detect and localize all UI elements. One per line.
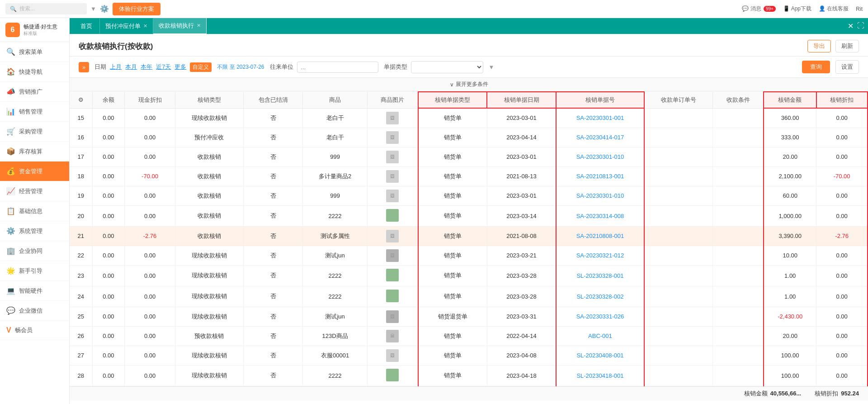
marketing-icon: 📣 <box>6 87 15 96</box>
cell-verify-bill-no: SA-20210808-001 <box>556 226 644 246</box>
bill-no-link[interactable]: SA-20230301-001 <box>576 114 624 121</box>
cell-verify-bill-no: SA-20230331-026 <box>556 307 644 326</box>
tab-prepay-close[interactable]: ✕ <box>143 23 147 29</box>
cell-product-image <box>367 365 418 386</box>
cell-product-image: 🖼 <box>367 226 418 246</box>
cell-verify-bill-type: 销货单 <box>418 265 487 286</box>
sidebar-item-hardware[interactable]: 💻 智能硬件 <box>0 281 69 301</box>
cell-verify-bill-date: 2023-03-21 <box>487 246 556 265</box>
tab-prepay[interactable]: 预付冲应付单 ✕ <box>100 19 153 34</box>
total-amount-value: 40,556,66... <box>770 390 802 397</box>
cell-include-settled: 否 <box>244 326 303 346</box>
settings-icon[interactable]: ⚙️ <box>100 5 109 13</box>
query-btn[interactable]: 查询 <box>802 61 830 73</box>
cell-balance: 0.00 <box>92 108 125 128</box>
cell-verify-amount: 3,390.00 <box>764 226 816 246</box>
sidebar-item-guide[interactable]: 🌟 新手引导 <box>0 261 69 281</box>
sidebar-item-shortcut[interactable]: 🏠 快捷导航 <box>0 62 69 82</box>
bill-no-link[interactable]: ABC-001 <box>588 333 612 339</box>
maximize-window-icon[interactable]: ⛶ <box>857 22 864 30</box>
date-option-more[interactable]: 更多 <box>175 63 186 71</box>
close-window-icon[interactable]: ✕ <box>848 22 854 30</box>
filter-partner-section: 往来单位 <box>270 62 378 73</box>
cell-seq: 26 <box>70 326 92 346</box>
sidebar-item-sales[interactable]: 📊 销售管理 <box>0 102 69 122</box>
cell-seq: 24 <box>70 286 92 307</box>
date-option-this-month[interactable]: 本月 <box>125 63 137 71</box>
tab-home[interactable]: 首页 <box>73 19 100 34</box>
sidebar-item-enterprise[interactable]: 🏢 企业协同 <box>0 241 69 261</box>
date-option-last-month[interactable]: 上月 <box>110 63 122 71</box>
sidebar-item-inventory[interactable]: 📦 库存核算 <box>0 142 69 162</box>
bill-no-link[interactable]: SL-20230408-001 <box>576 352 623 359</box>
bill-no-link[interactable]: SL-20230328-002 <box>576 293 623 300</box>
cell-verify-bill-date: 2023-03-28 <box>487 265 556 286</box>
partner-input[interactable] <box>297 62 378 73</box>
cell-verify-discount: 0.00 <box>816 346 868 365</box>
table-row: 20 0.00 0.00 收款核销 否 2222 销货单 2023-03-14 … <box>70 205 868 226</box>
solution-btn[interactable]: 体验行业方案 <box>113 3 160 15</box>
bill-no-link[interactable]: SA-20230321-012 <box>576 252 624 259</box>
bill-no-link[interactable]: SA-20230331-026 <box>576 313 624 320</box>
sidebar-item-system[interactable]: ⚙️ 系统管理 <box>0 221 69 241</box>
cell-seq: 17 <box>70 147 92 166</box>
cell-receipt-order <box>644 307 713 326</box>
sidebar-item-marketing[interactable]: 📣 营销推广 <box>0 82 69 102</box>
cell-verify-bill-date: 2023-04-08 <box>487 346 556 365</box>
expand-more-btn[interactable]: ∨ 展开更多条件 <box>450 81 488 88</box>
date-option-this-year[interactable]: 本年 <box>141 63 152 71</box>
bill-no-link[interactable]: SA-20230414-017 <box>576 134 624 141</box>
sidebar-item-basic[interactable]: 📋 基础信息 <box>0 201 69 221</box>
cell-verify-amount: 20.00 <box>764 326 816 346</box>
bill-no-link[interactable]: SA-20230301-010 <box>576 192 624 199</box>
cell-verify-type: 收款核销 <box>175 205 243 226</box>
bill-no-link[interactable]: SA-20230301-010 <box>576 153 624 160</box>
sidebar-item-wechat[interactable]: 💬 企业微信 <box>0 301 69 321</box>
cell-verify-bill-date: 2021-08-08 <box>487 226 556 246</box>
cell-verify-bill-date: 2023-03-01 <box>487 108 556 128</box>
col-header-include-settled: 包含已结清 <box>244 92 303 108</box>
cell-receipt-condition <box>713 186 764 205</box>
sidebar-item-operation[interactable]: 📈 经营管理 <box>0 181 69 201</box>
message-icon[interactable]: 💬 消息 99+ <box>742 5 776 13</box>
filter-expand-btn[interactable]: » <box>79 62 89 72</box>
cell-cash-discount: -2.76 <box>125 226 175 246</box>
cell-receipt-condition <box>713 365 764 386</box>
sidebar-item-finance[interactable]: 💰 资金管理 <box>0 162 69 181</box>
cell-balance: 0.00 <box>92 365 125 386</box>
export-btn[interactable]: 导出 <box>807 40 831 52</box>
bill-no-link[interactable]: SL-20230418-001 <box>576 372 623 379</box>
sidebar-item-guide-label: 新手引导 <box>19 267 42 275</box>
cell-product-image: 🖼 <box>367 246 418 265</box>
cell-verify-bill-no: SA-20230321-012 <box>556 246 644 265</box>
date-option-7days[interactable]: 近7天 <box>156 63 171 71</box>
tab-collection[interactable]: 收款核销执行 ✕ <box>153 18 207 34</box>
billtype-select[interactable] <box>411 61 483 73</box>
cell-include-settled: 否 <box>244 365 303 386</box>
refresh-btn[interactable]: 刷新 <box>835 40 859 52</box>
inventory-icon: 📦 <box>6 147 15 156</box>
dropdown-icon[interactable]: ▼ <box>90 5 96 12</box>
bill-no-link[interactable]: SA-20210813-001 <box>576 173 624 180</box>
sidebar-item-search[interactable]: 🔍 搜索菜单 <box>0 42 69 62</box>
bill-no-link[interactable]: SL-20230328-001 <box>576 272 623 279</box>
filter-settings-btn[interactable]: 设置 <box>835 60 859 74</box>
bill-no-link[interactable]: SA-20210808-001 <box>576 233 624 239</box>
sidebar-item-member[interactable]: V 畅会员 <box>0 321 69 340</box>
table-container[interactable]: ⚙ 余额 现金折扣 核销类型 包含已结清 商品 商品图片 核销单据类型 核销单据… <box>70 91 868 404</box>
cell-product: 衣服00001 <box>303 346 367 365</box>
cell-verify-type: 现续收款核销 <box>175 346 243 365</box>
cell-verify-bill-no: SA-20210813-001 <box>556 166 644 186</box>
app-download[interactable]: 📱 App下载 <box>783 5 811 13</box>
logo-text: 畅捷通·好生意 标准版 <box>24 24 57 37</box>
tab-collection-close[interactable]: ✕ <box>197 23 201 29</box>
cell-verify-amount: 1,000.00 <box>764 205 816 226</box>
sidebar-item-purchase[interactable]: 🛒 采购管理 <box>0 122 69 142</box>
cell-seq: 15 <box>70 108 92 128</box>
cell-cash-discount: 0.00 <box>125 128 175 147</box>
online-service[interactable]: 👤 在线客服 <box>819 5 849 13</box>
date-custom-btn[interactable]: 自定义 <box>190 62 212 72</box>
sidebar-item-marketing-label: 营销推广 <box>19 88 42 96</box>
cell-product: 测试jun <box>303 307 367 326</box>
bill-no-link[interactable]: SA-20230314-008 <box>576 213 624 219</box>
